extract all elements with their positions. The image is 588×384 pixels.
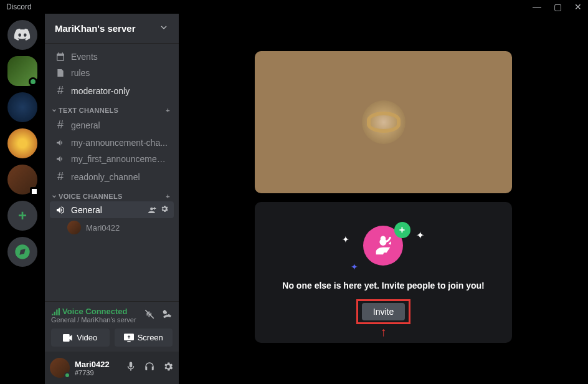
channel-label: Events bbox=[71, 52, 169, 62]
channel-sidebar: MariKhan's server Events rules moderator… bbox=[45, 14, 179, 384]
explore-button[interactable] bbox=[7, 237, 37, 267]
megaphone-icon bbox=[55, 154, 66, 164]
event-badge-icon bbox=[30, 187, 39, 196]
chevron-down-icon bbox=[51, 193, 57, 199]
rules-icon bbox=[55, 68, 66, 78]
channel-general[interactable]: general bbox=[50, 115, 174, 135]
invite-to-channel-icon[interactable] bbox=[148, 204, 156, 215]
close-button[interactable]: ✕ bbox=[574, 2, 582, 12]
home-button[interactable] bbox=[7, 20, 37, 50]
category-voice-channels[interactable]: VOICE CHANNELS + bbox=[50, 186, 174, 201]
hash-icon bbox=[55, 118, 66, 132]
add-server-button[interactable]: + bbox=[7, 201, 37, 231]
channel-list: Events rules moderator-only TEXT CHANNEL… bbox=[45, 44, 179, 301]
channel-label: moderator-only bbox=[71, 86, 169, 96]
speaker-icon bbox=[55, 205, 66, 215]
voice-user[interactable]: Mari0422 bbox=[50, 218, 174, 237]
invite-graphic: ✦ ✦ ✦ + bbox=[356, 221, 412, 271]
user-name: Mari0422 bbox=[75, 360, 120, 369]
hash-icon bbox=[55, 170, 66, 183]
chevron-down-icon bbox=[51, 107, 57, 113]
channel-label: readonly_channel bbox=[71, 172, 169, 182]
empty-state-text: No one else is here yet. Invite people t… bbox=[282, 281, 484, 290]
sparkle-icon: ✦ bbox=[342, 234, 349, 244]
server-rail: + bbox=[0, 14, 45, 384]
channel-readonly[interactable]: readonly_channel bbox=[50, 167, 174, 186]
chevron-down-icon bbox=[159, 22, 169, 35]
events-item[interactable]: Events bbox=[50, 49, 174, 65]
add-channel-button[interactable]: + bbox=[166, 107, 170, 114]
noise-suppression-button[interactable] bbox=[144, 309, 155, 322]
voice-status: Voice Connected bbox=[51, 307, 136, 316]
invite-card: ✦ ✦ ✦ + No one else is here yet. Invite … bbox=[255, 202, 512, 343]
compass-icon bbox=[14, 243, 31, 261]
channel-label: my-announcement-cha... bbox=[71, 138, 169, 148]
user-info[interactable]: Mari0422 #7739 bbox=[75, 360, 120, 377]
server-item-1[interactable] bbox=[7, 56, 37, 86]
window-controls: — ▢ ✕ bbox=[533, 2, 582, 12]
category-label: TEXT CHANNELS bbox=[59, 107, 118, 114]
user-tag: #7739 bbox=[75, 369, 120, 377]
megaphone-icon bbox=[55, 138, 66, 148]
voice-main-area: ✦ ✦ ✦ + No one else is here yet. Invite … bbox=[179, 14, 588, 384]
titlebar-app-name: Discord bbox=[6, 2, 533, 11]
video-icon bbox=[63, 334, 73, 342]
avatar bbox=[67, 221, 81, 234]
self-video-preview[interactable] bbox=[255, 51, 512, 193]
screen-share-button[interactable]: Screen bbox=[115, 329, 173, 347]
server-item-4[interactable] bbox=[7, 165, 37, 194]
video-button[interactable]: Video bbox=[51, 329, 110, 347]
hash-icon bbox=[55, 84, 66, 97]
highlight-annotation: Invite bbox=[356, 299, 410, 324]
rules-item[interactable]: rules bbox=[50, 65, 174, 81]
user-panel: Mari0422 #7739 bbox=[45, 352, 179, 384]
channel-label: rules bbox=[71, 68, 169, 78]
server-name: MariKhan's server bbox=[55, 23, 135, 34]
channel-label: General bbox=[71, 205, 143, 215]
avatar[interactable] bbox=[50, 358, 70, 378]
online-indicator-icon bbox=[29, 77, 37, 86]
server-header[interactable]: MariKhan's server bbox=[45, 14, 179, 44]
calendar-icon bbox=[55, 52, 66, 62]
disconnect-button[interactable] bbox=[161, 309, 173, 322]
voice-sub: General / MariKhan's server bbox=[51, 316, 136, 324]
status-online-icon bbox=[64, 372, 70, 378]
add-channel-button[interactable]: + bbox=[166, 193, 170, 200]
server-item-2[interactable] bbox=[7, 92, 37, 122]
discord-logo-icon bbox=[14, 26, 31, 44]
user-settings-button[interactable] bbox=[163, 361, 174, 375]
voice-user-name: Mari0422 bbox=[86, 223, 120, 233]
category-label: VOICE CHANNELS bbox=[59, 193, 123, 200]
server-item-3[interactable] bbox=[7, 128, 37, 158]
deafen-button[interactable] bbox=[144, 361, 155, 375]
screen-icon bbox=[124, 334, 134, 342]
maximize-button[interactable]: ▢ bbox=[554, 2, 562, 12]
channel-my-announcement[interactable]: my-announcement-cha... bbox=[50, 135, 174, 151]
avatar-large bbox=[362, 100, 405, 144]
plus-badge-icon: + bbox=[394, 222, 410, 238]
voice-panel: Voice Connected General / MariKhan's ser… bbox=[45, 301, 179, 352]
invite-button[interactable]: Invite bbox=[362, 303, 405, 320]
arrow-up-annotation-icon: ↑ bbox=[381, 325, 387, 339]
channel-my-first-announcement[interactable]: my_first_announcemen... bbox=[50, 151, 174, 167]
minimize-button[interactable]: — bbox=[533, 2, 541, 12]
sparkle-icon: ✦ bbox=[351, 262, 358, 272]
category-text-channels[interactable]: TEXT CHANNELS + bbox=[50, 100, 174, 115]
channel-label: my_first_announcemen... bbox=[71, 154, 169, 164]
channel-settings-icon[interactable] bbox=[160, 204, 169, 215]
sparkle-icon: ✦ bbox=[416, 229, 424, 241]
signal-icon bbox=[51, 307, 60, 316]
mute-button[interactable] bbox=[125, 361, 136, 375]
moderator-only-item[interactable]: moderator-only bbox=[50, 81, 174, 100]
voice-channel-general[interactable]: General bbox=[50, 201, 174, 218]
channel-label: general bbox=[71, 120, 169, 130]
